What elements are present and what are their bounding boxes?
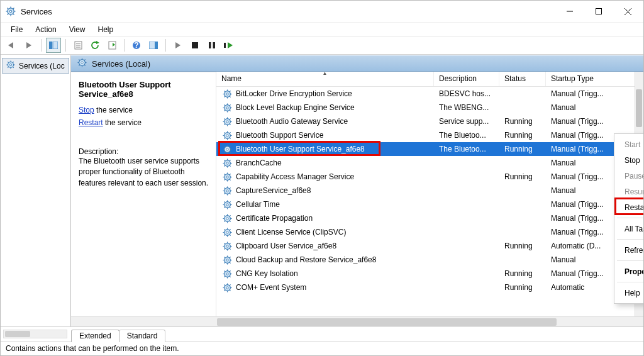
horizontal-scrollbar[interactable] <box>71 316 643 326</box>
refresh-button[interactable] <box>87 38 103 53</box>
service-name: Cellular Time <box>236 200 280 209</box>
scrollbar-thumb[interactable] <box>217 318 557 326</box>
service-name: Cloud Backup and Restore Service_af6e8 <box>236 255 376 264</box>
split-area: Bluetooth User Support Service_af6e8 Sto… <box>71 72 643 316</box>
service-name: Certificate Propagation <box>236 214 313 223</box>
menu-item-restart[interactable]: Restart <box>614 199 643 215</box>
column-description[interactable]: Description <box>434 72 499 86</box>
menu-separator <box>617 282 643 282</box>
gear-icon <box>223 89 232 99</box>
gear-icon <box>77 58 87 69</box>
gear-icon <box>6 60 15 71</box>
menu-view[interactable]: View <box>63 24 92 35</box>
svg-marker-14 <box>8 42 13 48</box>
start-service-button[interactable] <box>170 38 186 53</box>
service-row[interactable]: BitLocker Drive Encryption ServiceBDESVC… <box>216 87 643 101</box>
service-description: The Bluetoo... <box>434 131 499 140</box>
maximize-button[interactable] <box>584 2 613 21</box>
toolbar-separator <box>124 39 125 52</box>
service-name: BitLocker Drive Encryption Service <box>236 89 352 98</box>
svg-marker-34 <box>228 42 233 48</box>
service-row[interactable]: CaptureService_af6e8Manual <box>216 184 643 197</box>
title-bar: Services <box>1 1 643 22</box>
service-row[interactable]: Bluetooth Support ServiceThe Bluetoo...R… <box>216 128 643 142</box>
show-hide-action-pane-button[interactable] <box>146 38 161 53</box>
service-row[interactable]: Cellular TimeManual (Trigg... <box>216 197 643 211</box>
svg-text:?: ? <box>134 41 138 50</box>
menu-item-stop[interactable]: Stop <box>614 152 643 168</box>
menu-item-properties[interactable]: Properties <box>614 264 643 279</box>
status-bar: Contains actions that can be performed o… <box>1 342 643 355</box>
service-description: BDESVC hos... <box>434 89 499 98</box>
menu-help[interactable]: Help <box>92 24 120 35</box>
help-button[interactable]: ? <box>129 38 144 53</box>
main-panel: Services (Local) Bluetooth User Support … <box>71 55 643 326</box>
service-name: BranchCache <box>236 159 282 167</box>
nav-tree: Services (Loc <box>1 55 71 326</box>
show-hide-tree-button[interactable] <box>46 38 61 53</box>
body: Services (Loc Services (Local) Bluetooth… <box>1 55 643 326</box>
gear-icon <box>223 145 232 154</box>
menu-item-all-tasks[interactable]: All Tasks▶ <box>614 221 643 236</box>
column-name[interactable]: ▲Name <box>216 72 434 86</box>
service-name: Capability Access Manager Service <box>236 172 354 181</box>
minimize-button[interactable] <box>555 2 584 21</box>
service-row[interactable]: Block Level Backup Engine ServiceThe WBE… <box>216 101 643 114</box>
service-row[interactable]: BranchCacheManual <box>216 156 643 170</box>
gear-icon <box>223 159 232 168</box>
service-row[interactable]: Cloud Backup and Restore Service_af6e8Ma… <box>216 253 643 267</box>
svg-rect-11 <box>596 9 602 14</box>
menu-item-start: Start <box>614 136 643 152</box>
gear-icon <box>223 131 232 140</box>
properties-button[interactable] <box>70 38 86 53</box>
menu-action[interactable]: Action <box>29 24 62 35</box>
stop-service-link[interactable]: Stop <box>79 106 94 114</box>
gear-icon <box>223 228 232 237</box>
service-name: CNG Key Isolation <box>236 269 298 278</box>
menu-file[interactable]: File <box>4 24 29 35</box>
menu-item-help[interactable]: Help <box>614 285 643 301</box>
panel-title: Services (Local) <box>92 59 150 69</box>
gear-icon <box>223 186 232 196</box>
svg-marker-29 <box>175 42 180 48</box>
export-button[interactable] <box>104 38 119 53</box>
service-status: Running <box>499 283 546 292</box>
panel-header: Services (Local) <box>71 55 643 72</box>
scrollbar-thumb[interactable] <box>636 89 642 127</box>
column-status[interactable]: Status <box>499 72 546 86</box>
restart-service-link[interactable]: Restart <box>79 118 103 127</box>
gear-icon <box>223 242 232 251</box>
menu-item-label: Resume <box>625 187 643 196</box>
service-row[interactable]: Bluetooth Audio Gateway ServiceService s… <box>216 114 643 128</box>
menu-item-label: Pause <box>625 172 643 181</box>
restart-service-button[interactable] <box>221 38 236 53</box>
nav-item-services-local[interactable]: Services (Loc <box>2 58 69 74</box>
back-button[interactable] <box>4 38 19 53</box>
menu-item-refresh[interactable]: Refresh <box>614 242 643 258</box>
forward-button[interactable] <box>21 38 36 53</box>
service-row[interactable]: Client License Service (ClipSVC)Manual (… <box>216 225 643 239</box>
service-row[interactable]: CNG Key IsolationRunningManual (Trigg... <box>216 267 643 281</box>
service-name: CaptureService_af6e8 <box>236 186 311 195</box>
window-title: Services <box>21 7 555 16</box>
pause-service-button[interactable] <box>204 38 219 53</box>
service-name: Client License Service (ClipSVC) <box>236 228 346 236</box>
menu-item-label: Stop <box>625 156 640 165</box>
stop-service-button[interactable] <box>187 38 203 53</box>
toolbar-separator <box>165 39 166 52</box>
menu-item-label: Help <box>625 289 640 298</box>
svg-marker-15 <box>26 42 31 48</box>
close-button[interactable] <box>613 2 642 21</box>
tab-standard[interactable]: Standard <box>119 330 166 342</box>
menu-item-resume: Resume <box>614 184 643 199</box>
service-row[interactable]: COM+ Event SystemRunningAutomatic <box>216 281 643 294</box>
service-row[interactable]: Clipboard User Service_af6e8RunningAutom… <box>216 239 643 253</box>
service-row[interactable]: Certificate PropagationManual (Trigg... <box>216 211 643 225</box>
tab-extended[interactable]: Extended <box>71 330 119 342</box>
service-row[interactable]: Bluetooth User Support Service_af6e8The … <box>216 142 643 156</box>
column-startup-type[interactable]: Startup Type <box>546 72 643 86</box>
menu-separator <box>617 260 643 261</box>
service-name: Bluetooth Audio Gateway Service <box>236 117 348 126</box>
nav-bottom-scroll[interactable] <box>1 326 71 342</box>
service-row[interactable]: Capability Access Manager ServiceRunning… <box>216 170 643 184</box>
